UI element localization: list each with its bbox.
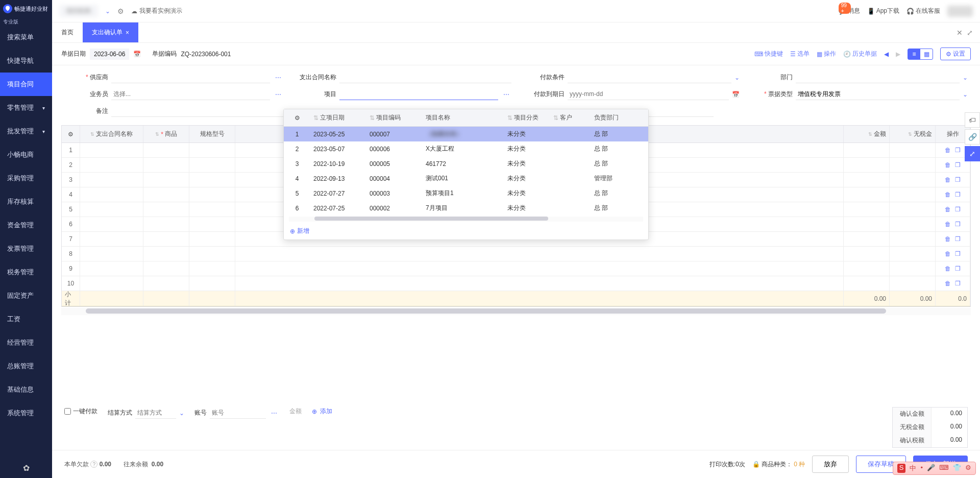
user-avatar[interactable] — [947, 6, 973, 17]
invoice-input[interactable] — [796, 88, 960, 100]
row-copy-icon[interactable]: ❐ — [955, 191, 961, 198]
salesman-lookup-icon[interactable]: ⋯ — [273, 91, 283, 98]
row-copy-icon[interactable]: ❐ — [955, 250, 961, 257]
salesman-input[interactable] — [111, 88, 270, 100]
popup-col-dep[interactable]: 负责部门 — [591, 109, 637, 126]
supplier-lookup-icon[interactable]: ⋯ — [273, 74, 283, 81]
table-row[interactable]: 9🗑❐ — [62, 261, 970, 276]
col-notax[interactable]: ⇅无税金 — [890, 126, 936, 142]
row-copy-icon[interactable]: ❐ — [955, 176, 961, 183]
demo-link[interactable]: ☁ 我要看实例演示 — [131, 7, 182, 15]
ime-bar[interactable]: S 中 • 🎤 ⌨ 👕 ⚙ — [893, 462, 976, 475]
sidebar-item-7[interactable]: 库存核算 — [0, 190, 52, 213]
row-delete-icon[interactable]: 🗑 — [945, 280, 951, 287]
sidebar-item-11[interactable]: 固定资产 — [0, 284, 52, 307]
col-product[interactable]: ⇅*商品 — [143, 126, 189, 142]
col-spec[interactable]: 规格型号 — [189, 126, 235, 142]
view-list-button[interactable]: ≡ — [908, 49, 920, 59]
popup-col-date[interactable]: ⇅立项日期 — [310, 109, 366, 126]
due-calendar-icon[interactable]: 📅 — [732, 91, 740, 98]
supplier-input[interactable] — [111, 71, 270, 83]
sidebar-item-6[interactable]: 采购管理 — [0, 166, 52, 190]
app-download-link[interactable]: 📱 App下载 — [867, 7, 899, 15]
contract-name-input[interactable] — [339, 71, 511, 83]
popup-add-new[interactable]: ⊕ 新增 — [284, 223, 648, 240]
project-option[interactable]: 32022-10-19000005461772未分类总 部 — [284, 156, 648, 171]
sidebar-item-5[interactable]: 小畅电商 — [0, 143, 52, 166]
project-option[interactable]: 62022-07-250000027月项目未分类总 部 — [284, 201, 648, 216]
tab-expense-confirm[interactable]: 支出确认单 × — [83, 22, 138, 42]
row-delete-icon[interactable]: 🗑 — [945, 176, 951, 183]
account-lookup-icon[interactable]: ⋯ — [269, 410, 279, 417]
sidebar-item-9[interactable]: 发票管理 — [0, 237, 52, 260]
org-gear-icon[interactable]: ⚙ — [117, 7, 124, 15]
account-input[interactable] — [210, 407, 266, 419]
tab-home[interactable]: 首页 — [52, 22, 83, 42]
row-delete-icon[interactable]: 🗑 — [945, 265, 951, 272]
row-copy-icon[interactable]: ❐ — [955, 206, 961, 213]
select-bill-link[interactable]: ☰ 选单 — [790, 50, 810, 58]
operate-link[interactable]: ▦ 操作 — [817, 50, 836, 58]
popup-col-name[interactable]: 项目名称 — [423, 109, 504, 126]
row-delete-icon[interactable]: 🗑 — [945, 147, 951, 154]
sidebar-item-10[interactable]: 税务管理 — [0, 260, 52, 284]
project-lookup-icon[interactable]: ⋯ — [501, 91, 511, 98]
shortcuts-link[interactable]: ⌨ 快捷键 — [754, 50, 783, 58]
project-option[interactable]: 42022-09-13000004测试001未分类管理部 — [284, 171, 648, 186]
row-delete-icon[interactable]: 🗑 — [945, 191, 951, 198]
popup-scrollbar[interactable] — [289, 217, 643, 222]
next-doc-icon[interactable]: ▶ — [896, 51, 900, 58]
sidebar-item-1[interactable]: 快捷导航 — [0, 49, 52, 73]
tab-close-icon[interactable]: × — [126, 29, 129, 36]
due-input[interactable] — [568, 88, 729, 100]
settle-dropdown-icon[interactable]: ⌄ — [179, 410, 184, 417]
dock-expand-icon[interactable]: ⤢ — [965, 146, 980, 161]
project-option[interactable]: 22023-05-07000006X大厦工程未分类总 部 — [284, 141, 648, 156]
invoice-dropdown-icon[interactable]: ⌄ — [963, 91, 968, 98]
popup-col-cust[interactable]: ⇅客户 — [550, 109, 591, 126]
onekey-pay-checkbox[interactable]: 一键付款 — [64, 407, 97, 416]
row-delete-icon[interactable]: 🗑 — [945, 206, 951, 213]
prev-doc-icon[interactable]: ◀ — [884, 51, 889, 58]
row-copy-icon[interactable]: ❐ — [955, 147, 961, 154]
table-row[interactable]: 8🗑❐ — [62, 247, 970, 261]
org-selector[interactable]: 组织机构 — [59, 5, 98, 17]
sidebar-item-15[interactable]: 基础信息 — [0, 378, 52, 401]
add-settle-link[interactable]: ⊕ 添加 — [312, 407, 332, 416]
table-row[interactable]: 10🗑❐ — [62, 276, 970, 291]
sidebar-item-3[interactable]: 零售管理▾ — [0, 96, 52, 119]
project-option[interactable]: 52022-07-27000003预算项目1未分类总 部 — [284, 186, 648, 201]
sidebar-item-4[interactable]: 批发管理▾ — [0, 119, 52, 143]
tab-close-all-icon[interactable]: ✕ — [957, 29, 963, 37]
sidebar-settings-icon[interactable]: ✿ — [0, 458, 52, 478]
settle-input[interactable] — [135, 407, 176, 419]
horizontal-scrollbar[interactable] — [61, 308, 971, 315]
org-chevron-icon[interactable]: ⌄ — [105, 8, 110, 15]
settings-button[interactable]: ⚙ 设置 — [940, 47, 971, 60]
sidebar-item-16[interactable]: 系统管理 — [0, 401, 52, 425]
row-delete-icon[interactable]: 🗑 — [945, 235, 951, 243]
help-icon[interactable]: ? — [90, 461, 97, 468]
sidebar-item-13[interactable]: 经营管理 — [0, 331, 52, 354]
row-copy-icon[interactable]: ❐ — [955, 265, 961, 272]
sidebar-item-12[interactable]: 工资 — [0, 307, 52, 331]
history-link[interactable]: 🕘 历史单据 — [843, 50, 877, 58]
row-copy-icon[interactable]: ❐ — [955, 235, 961, 243]
project-option[interactable]: 12023-05-25000007（隐藏名称）未分类总 部 — [284, 127, 648, 141]
sidebar-item-8[interactable]: 资金管理 — [0, 213, 52, 237]
dock-tag-icon[interactable]: 🏷 — [965, 112, 980, 128]
row-delete-icon[interactable]: 🗑 — [945, 250, 951, 257]
row-copy-icon[interactable]: ❐ — [955, 221, 961, 228]
view-grid-button[interactable]: ▦ — [920, 49, 933, 59]
doc-date-value[interactable]: 2023-06-06 — [90, 49, 129, 60]
col-contract-name[interactable]: ⇅支出合同名称 — [80, 126, 143, 142]
popup-col-gear-icon[interactable]: ⚙ — [284, 109, 310, 126]
row-copy-icon[interactable]: ❐ — [955, 280, 961, 287]
dock-attach-icon[interactable]: 🔗 — [965, 129, 980, 145]
messages-link[interactable]: 99 + 💬 消息 — [839, 7, 860, 15]
customer-service-link[interactable]: 🎧 在线客服 — [906, 7, 940, 15]
row-delete-icon[interactable]: 🗑 — [945, 161, 951, 169]
pay-cond-input[interactable] — [568, 71, 731, 83]
sidebar-item-2[interactable]: 项目合同 — [0, 73, 52, 96]
sidebar-item-0[interactable]: 搜索菜单 — [0, 26, 52, 49]
